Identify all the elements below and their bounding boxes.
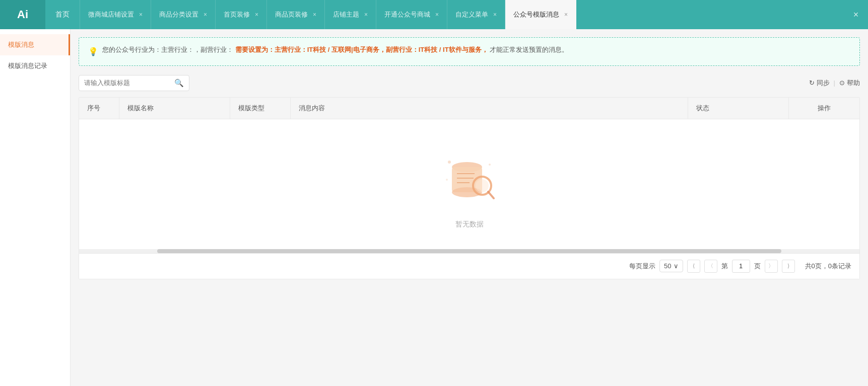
th-action: 操作 [789, 98, 859, 119]
th-seq: 序号 [79, 98, 119, 119]
notice-highlight: 需要设置为：主营行业：IT科技 / 互联网|电子商务，副营行业：IT科技 / I… [235, 46, 488, 53]
help-icon: ⊙ [839, 79, 845, 87]
total-info: 共0页，0条记录 [805, 262, 851, 271]
sidebar-item-template-message[interactable]: 模版消息 [0, 34, 70, 55]
table-header: 序号 模版名称 模版类型 消息内容 状态 操作 [79, 98, 859, 119]
last-page-icon: ⟩ [787, 263, 789, 269]
nav-tab-product-category[interactable]: 商品分类设置 × [151, 0, 216, 29]
page-label-suffix: 页 [754, 262, 761, 271]
nav-tab-product-decoration[interactable]: 商品页装修 × [267, 0, 325, 29]
first-page-button[interactable]: ⟨ [687, 260, 700, 273]
close-tab-open-mall[interactable]: × [435, 12, 439, 18]
notice-box: 💡 您的公众号行业为：主营行业：，副营行业： 需要设置为：主营行业：IT科技 /… [79, 37, 860, 66]
close-all-button[interactable]: × [844, 0, 868, 29]
th-status: 状态 [688, 98, 789, 119]
close-tab-custom-menu[interactable]: × [493, 12, 497, 18]
sidebar-item-template-message-log[interactable]: 模版消息记录 [0, 55, 70, 76]
pagination: 每页显示 50 ∨ ⟨ 〈 第 页 〉 ⟩ [79, 253, 859, 279]
nav-tab-open-mall[interactable]: 开通公众号商城 × [376, 0, 447, 29]
nav-tab-home[interactable]: 首页 [45, 0, 80, 29]
page-input[interactable] [732, 260, 750, 273]
close-tab-home-decoration[interactable]: × [255, 12, 258, 18]
scroll-thumb [157, 249, 781, 253]
prev-page-button[interactable]: 〈 [704, 260, 717, 273]
chevron-down-icon: ∨ [674, 262, 679, 270]
content-area: 💡 您的公众号行业为：主营行业：，副营行业： 需要设置为：主营行业：IT科技 /… [71, 29, 868, 386]
th-name: 模版名称 [119, 98, 230, 119]
next-page-button[interactable]: 〉 [765, 260, 778, 273]
next-page-icon: 〉 [768, 262, 774, 270]
notice-text: 您的公众号行业为：主营行业：，副营行业： 需要设置为：主营行业：IT科技 / 互… [102, 45, 568, 55]
nav-tab-store-theme[interactable]: 店铺主题 × [325, 0, 376, 29]
search-button[interactable]: 🔍 [174, 79, 184, 88]
svg-point-10 [489, 164, 491, 166]
scroll-track[interactable] [79, 249, 859, 253]
top-navigation: Ai 首页 微商城店铺设置 × 商品分类设置 × 首页装修 × 商品页装修 × … [0, 0, 868, 29]
close-tab-store-theme[interactable]: × [364, 12, 368, 18]
close-tab-product-decoration[interactable]: × [313, 12, 316, 18]
close-tab-store-settings[interactable]: × [139, 12, 143, 18]
nav-tab-home-decoration[interactable]: 首页装修 × [216, 0, 267, 29]
prev-page-icon: 〈 [708, 262, 713, 270]
close-tab-template-message[interactable]: × [564, 12, 568, 18]
close-tab-product-category[interactable]: × [204, 12, 207, 18]
svg-point-7 [476, 179, 489, 192]
toolbar: 🔍 ↻ 同步 | ⊙ 帮助 [79, 75, 860, 91]
notice-icon: 💡 [88, 45, 98, 58]
nav-tabs-area: 首页 微商城店铺设置 × 商品分类设置 × 首页装修 × 商品页装修 × 店铺主… [45, 0, 844, 29]
per-page-label: 每页显示 [629, 262, 655, 271]
search-box: 🔍 [79, 75, 189, 91]
nav-tab-template-message[interactable]: 公众号模版消息 × [505, 0, 576, 29]
nav-tab-custom-menu[interactable]: 自定义菜单 × [447, 0, 505, 29]
per-page-select[interactable]: 50 ∨ [659, 260, 683, 272]
help-button[interactable]: ⊙ 帮助 [839, 79, 860, 88]
toolbar-right: ↻ 同步 | ⊙ 帮助 [809, 79, 860, 88]
th-content: 消息内容 [291, 98, 688, 119]
main-layout: 模版消息 模版消息记录 💡 您的公众号行业为：主营行业：，副营行业： 需要设置为… [0, 29, 868, 386]
sidebar: 模版消息 模版消息记录 [0, 29, 71, 386]
empty-text: 暂无数据 [455, 220, 484, 229]
svg-point-11 [446, 179, 448, 181]
svg-point-9 [448, 161, 451, 164]
last-page-button[interactable]: ⟩ [782, 260, 795, 273]
first-page-icon: ⟨ [693, 263, 695, 269]
page-label-prefix: 第 [721, 262, 728, 271]
svg-line-8 [488, 192, 494, 198]
th-type: 模版类型 [230, 98, 291, 119]
sync-button[interactable]: ↻ 同步 [809, 79, 830, 88]
empty-state: 暂无数据 [79, 119, 859, 249]
app-logo: Ai [0, 0, 45, 29]
nav-tab-store-settings[interactable]: 微商城店铺设置 × [80, 0, 151, 29]
data-table: 序号 模版名称 模版类型 消息内容 状态 操作 [79, 97, 860, 279]
empty-illustration [439, 149, 500, 210]
search-input[interactable] [84, 79, 171, 87]
sync-icon: ↻ [809, 79, 815, 87]
toolbar-divider: | [834, 79, 835, 87]
